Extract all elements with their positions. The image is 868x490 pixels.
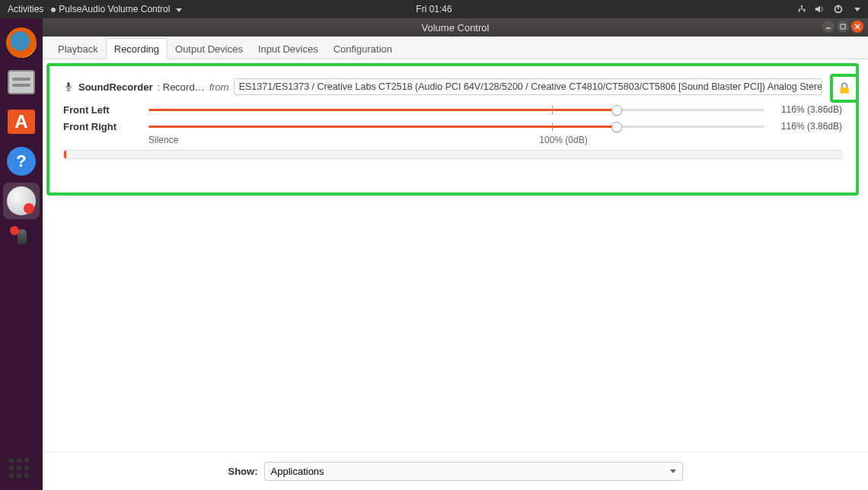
minimize-button[interactable] xyxy=(822,21,834,33)
volume-icon[interactable] xyxy=(815,4,825,14)
dock: A ? xyxy=(0,18,43,490)
lock-icon xyxy=(838,81,851,95)
slider-scale: Silence 100% (0dB) xyxy=(148,135,774,145)
window-title: Volume Control xyxy=(422,22,490,33)
tab-configuration[interactable]: Configuration xyxy=(326,39,400,59)
device-select[interactable]: ES1371/ES1373 / Creative Labs CT2518 (Au… xyxy=(234,78,822,95)
window: Volume Control Playback Recording Output… xyxy=(43,18,868,490)
bottom-bar: Show: Applications xyxy=(43,452,868,490)
app-menu[interactable]: PulseAudio Volume Control xyxy=(51,4,181,14)
help-icon: ? xyxy=(7,147,36,176)
files-icon xyxy=(8,70,35,94)
clock[interactable]: Fri 01:46 xyxy=(416,4,452,14)
maximize-button[interactable] xyxy=(837,21,849,33)
channel-label: Front Left xyxy=(63,104,139,116)
activities-button[interactable]: Activities xyxy=(8,4,43,14)
svg-rect-9 xyxy=(67,82,70,88)
title-bar[interactable]: Volume Control xyxy=(43,18,868,37)
volume-slider-right[interactable] xyxy=(148,119,764,133)
tab-playback[interactable]: Playback xyxy=(50,39,106,59)
channel-front-left: Front Left 116% (3.86dB) xyxy=(63,103,842,116)
dock-firefox[interactable] xyxy=(3,24,40,61)
dock-help[interactable]: ? xyxy=(3,143,40,180)
stream-from-label: from xyxy=(209,81,229,93)
vu-meter xyxy=(63,150,842,159)
firefox-icon xyxy=(6,27,37,58)
software-icon: A xyxy=(8,110,35,134)
stream-desc: : Record… xyxy=(158,81,205,93)
network-icon[interactable] xyxy=(796,4,807,14)
mic-small-icon xyxy=(63,81,74,92)
channel-front-right: Front Right 116% (3.86dB) xyxy=(63,119,842,133)
volume-slider-left[interactable] xyxy=(148,103,764,116)
show-select[interactable]: Applications xyxy=(264,462,683,481)
chevron-down-icon xyxy=(670,469,676,473)
show-applications-button[interactable] xyxy=(9,458,32,481)
close-button[interactable] xyxy=(851,21,863,33)
stream-app-name: SoundRecorder xyxy=(78,81,153,93)
system-tray[interactable] xyxy=(796,4,860,14)
power-icon[interactable] xyxy=(833,4,844,14)
channel-label: Front Right xyxy=(63,121,139,132)
tab-recording[interactable]: Recording xyxy=(106,38,168,59)
recorder-icon xyxy=(7,186,36,215)
microphone-icon xyxy=(7,226,36,255)
svg-rect-6 xyxy=(841,24,845,29)
dock-software[interactable]: A xyxy=(3,103,40,140)
channel-value: 116% (3.86dB) xyxy=(774,104,842,115)
dock-sound-recorder[interactable] xyxy=(3,183,40,219)
scale-100: 100% (0dB) xyxy=(539,135,587,145)
top-bar: Activities PulseAudio Volume Control Fri… xyxy=(0,0,868,18)
svg-rect-12 xyxy=(840,88,848,94)
svg-rect-1 xyxy=(799,9,800,12)
tab-input-devices[interactable]: Input Devices xyxy=(251,39,326,59)
scale-silence: Silence xyxy=(148,135,178,145)
tab-output-devices[interactable]: Output Devices xyxy=(168,39,251,59)
channel-value: 116% (3.86dB) xyxy=(774,121,842,132)
dock-files[interactable] xyxy=(3,64,40,100)
dock-pavucontrol[interactable] xyxy=(3,222,40,259)
lock-channels-button[interactable] xyxy=(830,74,859,103)
stream-entry: SoundRecorder: Record… from ES1371/ES137… xyxy=(46,63,859,196)
stream-header: SoundRecorder: Record… from ES1371/ES137… xyxy=(63,78,842,95)
svg-rect-2 xyxy=(804,9,806,12)
tab-strip: Playback Recording Output Devices Input … xyxy=(43,37,868,59)
content-area: SoundRecorder: Record… from ES1371/ES137… xyxy=(43,59,868,452)
show-value: Applications xyxy=(271,466,324,477)
show-label: Show: xyxy=(228,466,258,477)
svg-rect-0 xyxy=(801,5,803,8)
